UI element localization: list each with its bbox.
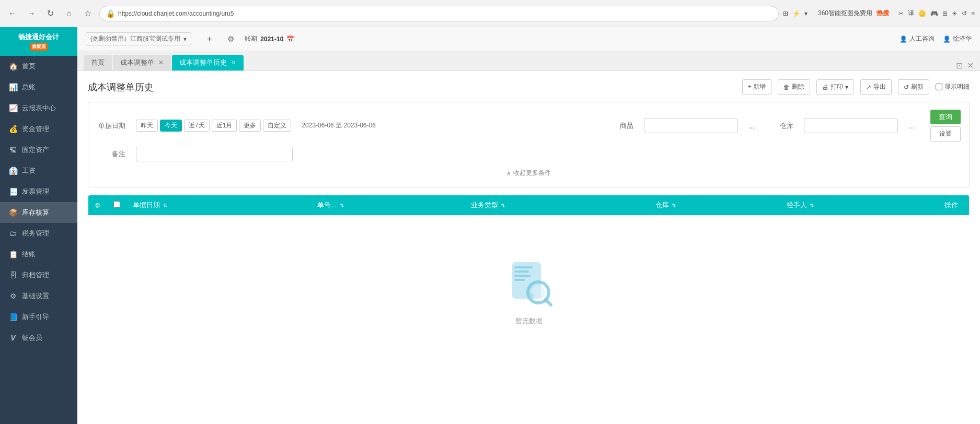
- sidebar-item-ledger-label: 总账: [22, 83, 36, 92]
- game-icon[interactable]: 🎮: [930, 10, 938, 17]
- th-number[interactable]: 单号... ⇅: [311, 195, 464, 216]
- calendar-icon[interactable]: 📅: [286, 36, 294, 43]
- tab-cost-adjust-history-close[interactable]: ✕: [231, 59, 236, 66]
- sidebar-item-salary[interactable]: 👔 工资: [0, 160, 77, 181]
- delete-button[interactable]: 🗑 删除: [778, 79, 810, 95]
- sidebar-item-fixed-assets[interactable]: 🏗 固定资产: [0, 139, 77, 160]
- sidebar-item-member[interactable]: V 畅会员: [0, 327, 77, 348]
- browser-toolbar: ⊞ ⚡ ▾ 360智能抠图免费用 热搜 ✂ 译 🪙 🎮 ⊞ ☀ ↺ ≡: [783, 9, 975, 18]
- th-biz-type[interactable]: 业务类型 ⇅: [465, 195, 649, 216]
- sidebar-item-tax[interactable]: 🗂 税务管理: [0, 223, 77, 244]
- app-logo: 畅捷通好会计 旗舰版: [0, 27, 77, 56]
- consultant-link[interactable]: 👤 人工咨询: [900, 34, 935, 43]
- add-tab-button[interactable]: +: [202, 32, 217, 46]
- closing-icon: 📋: [8, 250, 18, 258]
- print-button[interactable]: 🖨 打印 ▾: [816, 79, 854, 95]
- settings-gear-icon[interactable]: ⚙: [227, 34, 234, 44]
- sidebar-item-inventory[interactable]: 📦 库存核算: [0, 202, 77, 223]
- sidebar-item-home-label: 首页: [22, 62, 36, 71]
- th-gear[interactable]: ⚙: [88, 195, 108, 216]
- wallet-icon[interactable]: 🪙: [918, 10, 926, 17]
- sidebar-item-archive[interactable]: 🗄 归档管理: [0, 265, 77, 286]
- print-dropdown-icon: ▾: [845, 84, 848, 91]
- display-cols-input[interactable]: [936, 84, 942, 90]
- warehouse-more-btn[interactable]: ...: [908, 122, 915, 130]
- star-button[interactable]: ☆: [80, 6, 95, 21]
- company-dropdown-icon: ▾: [183, 36, 187, 43]
- lightning-icon[interactable]: ⚡: [792, 10, 800, 17]
- query-button[interactable]: 查询: [930, 110, 961, 124]
- warehouse-filter-input[interactable]: [804, 119, 898, 133]
- translate-icon[interactable]: 译: [908, 9, 914, 18]
- browser-chrome: ← → ↻ ⌂ ☆ 🔒 https://cloud.chanjet.com/ac…: [0, 0, 980, 27]
- goods-filter-input[interactable]: [644, 119, 738, 133]
- sidebar-item-settings-label: 基础设置: [22, 291, 49, 301]
- tab-cost-adjust-close[interactable]: ✕: [158, 59, 164, 66]
- invoice-icon: 🧾: [8, 187, 18, 196]
- empty-state-row: 暂无数据: [88, 215, 970, 368]
- svg-rect-2: [514, 270, 529, 273]
- more-btn[interactable]: 更多: [239, 120, 261, 132]
- tab-home[interactable]: 首页: [84, 55, 112, 70]
- tab-cost-adjust-history[interactable]: 成本调整单历史 ✕: [172, 55, 244, 70]
- inventory-icon: 📦: [8, 208, 18, 217]
- grid-icon[interactable]: ⊞: [783, 10, 788, 17]
- user-avatar[interactable]: 👤 徐泽华: [943, 34, 972, 43]
- home-button[interactable]: ⌂: [62, 6, 76, 21]
- sidebar-item-guide[interactable]: 📘 新手引导: [0, 307, 77, 327]
- brightness-icon[interactable]: ☀: [952, 10, 958, 17]
- th-warehouse[interactable]: 仓库 ⇅: [649, 195, 780, 216]
- sidebar-item-ledger[interactable]: 📊 总账: [0, 77, 77, 98]
- window-close-icon[interactable]: ✕: [967, 61, 974, 70]
- th-check[interactable]: [107, 195, 126, 216]
- url-text: https://cloud.chanjet.com/accounting/uru…: [118, 10, 234, 17]
- display-cols-checkbox[interactable]: 显示明细: [936, 83, 970, 91]
- month1-btn[interactable]: 近1月: [212, 120, 237, 132]
- settings-filter-button[interactable]: 设置: [930, 126, 961, 142]
- collapse-btn[interactable]: ∧ 收起更多条件: [97, 167, 961, 180]
- sidebar-item-tax-label: 税务管理: [22, 229, 49, 238]
- report-icon: 📈: [8, 104, 18, 112]
- address-bar[interactable]: 🔒 https://cloud.chanjet.com/accounting/u…: [99, 6, 779, 21]
- menu-icon[interactable]: ≡: [971, 10, 975, 17]
- th-date[interactable]: 单据日期 ⇅: [126, 195, 311, 216]
- week7-btn[interactable]: 近7天: [184, 120, 210, 132]
- refresh-button[interactable]: ↻: [43, 6, 57, 21]
- history-icon[interactable]: ↺: [962, 10, 967, 17]
- goods-more-btn[interactable]: ...: [748, 122, 755, 130]
- data-table: ⚙ 单据日期 ⇅ 单号... ⇅ 业务类型: [88, 195, 970, 368]
- export-icon: ↗: [866, 84, 871, 91]
- search-label: 360智能抠图免费用: [818, 9, 872, 18]
- sidebar-item-settings[interactable]: ⚙ 基础设置: [0, 286, 77, 307]
- company-selector[interactable]: (勿删勿禁用）江西服宝测试专用 ▾: [86, 32, 191, 45]
- sidebar-item-inventory-label: 库存核算: [22, 208, 49, 217]
- new-button[interactable]: + 新增: [742, 79, 771, 95]
- sidebar-item-salary-label: 工资: [22, 166, 36, 175]
- refresh-button[interactable]: ↺ 刷新: [898, 79, 929, 95]
- tab-cost-adjust[interactable]: 成本调整单 ✕: [113, 55, 171, 70]
- export-button[interactable]: ↗ 导出: [860, 79, 892, 95]
- warehouse-filter-label: 仓库: [765, 121, 793, 131]
- sidebar-item-invoice[interactable]: 🧾 发票管理: [0, 181, 77, 202]
- custom-btn[interactable]: 自定义: [263, 120, 291, 132]
- remark-filter-label: 备注: [97, 149, 125, 159]
- th-operator[interactable]: 经手人 ⇅: [780, 195, 938, 216]
- sidebar-item-finance[interactable]: 💰 资金管理: [0, 119, 77, 139]
- table-body: 暂无数据: [88, 215, 970, 368]
- sidebar-item-closing[interactable]: 📋 结账: [0, 244, 77, 265]
- remark-filter-input[interactable]: [136, 147, 293, 161]
- today-btn[interactable]: 今天: [160, 120, 182, 132]
- date-range-display: 2023-06-06 至 2023-06-06: [302, 121, 375, 130]
- windows-icon[interactable]: ⊞: [942, 10, 948, 17]
- forward-button[interactable]: →: [24, 6, 39, 21]
- sidebar-item-report[interactable]: 📈 云报表中心: [0, 98, 77, 119]
- dropdown-icon[interactable]: ▾: [804, 10, 808, 17]
- select-all-checkbox[interactable]: [113, 201, 120, 208]
- back-button[interactable]: ←: [5, 6, 20, 21]
- window-maximize-icon[interactable]: ⊡: [956, 61, 963, 70]
- delete-icon: 🗑: [783, 84, 790, 91]
- yesterday-btn[interactable]: 昨天: [136, 120, 158, 132]
- sidebar-item-home[interactable]: 🏠 首页: [0, 56, 77, 77]
- svg-rect-4: [514, 279, 525, 281]
- scissors-icon[interactable]: ✂: [898, 10, 904, 17]
